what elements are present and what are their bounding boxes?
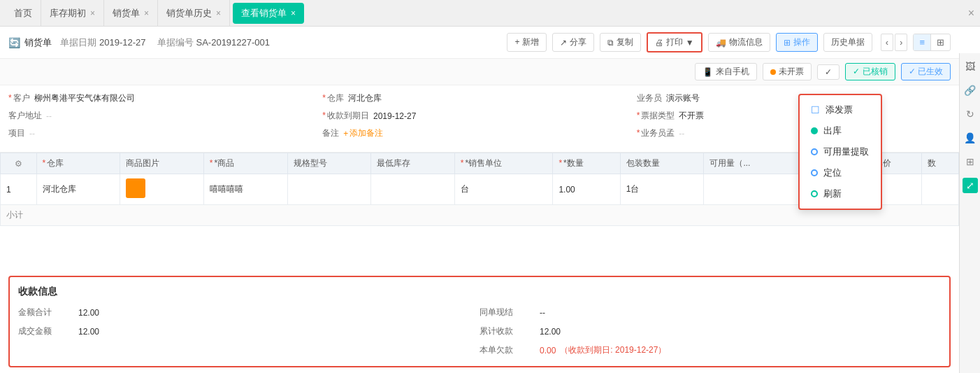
same-order-row: 同单现结 -- — [480, 305, 941, 320]
dropdown-available[interactable]: 可用量提取 — [800, 141, 881, 162]
row-index: 1 — [1, 174, 37, 205]
current-due-value: 0.00 — [540, 346, 556, 356]
share-button[interactable]: ↗ 分享 — [552, 33, 594, 52]
col-quantity: *数量 — [553, 153, 620, 174]
customer-value: 柳州粤港平安气体有限公司 — [34, 92, 135, 104]
document-type-label: 销货单 — [24, 36, 52, 49]
history-button[interactable]: 历史单据 — [823, 33, 872, 52]
cumulative-label: 累计收款 — [480, 325, 535, 337]
product-image-thumbnail — [126, 178, 145, 198]
close-history-tab[interactable]: × — [216, 8, 221, 18]
available-label: 可用量提取 — [823, 146, 869, 158]
row-sales-unit: 台 — [454, 174, 553, 205]
not-open-dot — [770, 69, 776, 75]
available-icon — [811, 148, 818, 155]
close-sales-tab[interactable]: × — [144, 8, 149, 18]
sidebar-user-icon[interactable]: 👤 — [963, 130, 978, 146]
payment-date-value: 2019-12-27 — [373, 111, 416, 121]
payment-summary: 收款信息 金额合计 12.00 同单现结 -- 成交金额 12.00 — [8, 276, 951, 367]
customer-label: 客户 — [8, 92, 30, 104]
tab-home[interactable]: 首页 — [6, 0, 41, 27]
check-effective-icon: ✓ — [909, 66, 916, 76]
tab-view-sales[interactable]: 查看销货单 × — [233, 3, 304, 24]
project-field: 项目 -- — [8, 127, 322, 139]
sidebar-image-icon[interactable]: 🖼 — [963, 59, 978, 74]
view-grid[interactable]: ⊞ — [931, 34, 950, 50]
same-order-label: 同单现结 — [480, 307, 535, 318]
staff-label: 业务员 — [637, 92, 662, 104]
from-phone-label: 来自手机 — [716, 66, 749, 78]
tab-inventory-init[interactable]: 库存期初 × — [41, 0, 104, 27]
current-due-label: 本单欠款 — [480, 344, 535, 356]
new-button[interactable]: + 新增 — [507, 33, 546, 52]
staff-value: 演示账号 — [666, 92, 700, 104]
print-button[interactable]: 🖨 打印 ▼ — [647, 32, 702, 52]
locate-icon — [811, 169, 818, 176]
staff2-field: 业务员孟 -- — [637, 127, 951, 139]
row-min-stock — [371, 174, 455, 205]
operations-dropdown: ☐ 添发票 出库 可用量提取 定位 刷新 — [798, 94, 882, 210]
payment-date-field: 收款到期日 2019-12-27 — [322, 110, 636, 122]
logistics-button[interactable]: 🚚 物流信息 — [708, 33, 770, 52]
row-quantity: 1.00 — [553, 174, 620, 205]
check-sold-icon: ✓ — [853, 66, 860, 76]
total-amount-row: 金额合计 12.00 — [18, 305, 480, 320]
outbound-icon — [811, 127, 818, 134]
sidebar-rotate-icon[interactable]: ↻ — [963, 106, 978, 122]
address-field: 客户地址 -- — [8, 110, 322, 122]
already-sold-button[interactable]: ✓ 已核销 — [845, 63, 895, 80]
operations-label: 操作 — [793, 36, 810, 48]
sales-order-icon: 🔄 — [8, 37, 20, 48]
sidebar-expand-icon[interactable]: ⤢ — [963, 178, 978, 193]
main-content: 🔄 销货单 单据日期 2019-12-27 单据编号 SA-20191227-0… — [0, 27, 980, 373]
sold-label: 已核销 — [863, 66, 888, 76]
already-effective-button[interactable]: ✓ 已生效 — [901, 63, 951, 80]
close-inventory-tab[interactable]: × — [90, 8, 95, 18]
close-view-sales-tab[interactable]: × — [291, 8, 296, 18]
col-settings[interactable]: ⚙ — [1, 153, 37, 174]
total-amount-value: 12.00 — [78, 308, 99, 318]
transaction-row: 成交金额 12.00 — [18, 324, 480, 339]
tab-sales-history-label: 销货单历史 — [166, 7, 212, 20]
project-value: -- — [29, 129, 35, 139]
row-amount — [921, 174, 958, 205]
row-product-image — [120, 174, 204, 205]
nav-prev[interactable]: ‹ — [881, 34, 893, 51]
nav-next[interactable]: › — [895, 34, 907, 51]
row-available — [704, 174, 800, 205]
col-sales-unit: *销售单位 — [454, 153, 553, 174]
tab-sales-history[interactable]: 销货单历史 × — [158, 0, 230, 27]
transaction-label: 成交金额 — [18, 325, 74, 337]
tab-home-label: 首页 — [14, 7, 32, 20]
content-wrapper: 🔄 销货单 单据日期 2019-12-27 单据编号 SA-20191227-0… — [0, 27, 980, 373]
operations-button[interactable]: ⊞ 操作 — [776, 33, 818, 52]
confirm-icon: ✓ — [825, 67, 832, 77]
dropdown-add-invoice[interactable]: ☐ 添发票 — [800, 99, 881, 120]
dropdown-outbound[interactable]: 出库 — [800, 120, 881, 141]
customer-field: 客户 柳州粤港平安气体有限公司 — [8, 92, 322, 104]
from-phone-button[interactable]: 📱 来自手机 — [695, 63, 757, 80]
view-toggle: ≡ ⊞ — [913, 34, 951, 51]
col-product: *商品 — [203, 153, 287, 174]
row-spec — [287, 174, 371, 205]
dropdown-locate[interactable]: 定位 — [800, 162, 881, 183]
outbound-label: 出库 — [823, 125, 842, 137]
not-open-ticket-button[interactable]: 未开票 — [763, 63, 812, 80]
row-package-qty: 1台 — [620, 174, 704, 205]
summary-title: 收款信息 — [18, 286, 941, 298]
sidebar-link-icon[interactable]: 🔗 — [963, 83, 978, 98]
view-list[interactable]: ≡ — [914, 34, 931, 50]
add-remark-label: 添加备注 — [350, 127, 383, 139]
effective-label: 已生效 — [918, 66, 943, 76]
document-meta: 单据日期 2019-12-27 单据编号 SA-20191227-001 — [60, 36, 270, 49]
confirm-button[interactable]: ✓ — [817, 64, 840, 80]
dropdown-refresh[interactable]: 刷新 — [800, 183, 881, 204]
staff2-label: 业务员孟 — [637, 127, 675, 139]
add-remark-button[interactable]: + 添加备注 — [343, 127, 383, 139]
tab-sales-order[interactable]: 销货单 × — [104, 0, 158, 27]
add-invoice-label: 添发票 — [826, 104, 853, 116]
window-close-button[interactable]: × — [968, 7, 974, 20]
copy-button[interactable]: ⧉ 复制 — [600, 33, 641, 52]
sidebar-layers-icon[interactable]: ⊞ — [963, 154, 978, 169]
row-warehouse: 河北仓库 — [36, 174, 120, 205]
